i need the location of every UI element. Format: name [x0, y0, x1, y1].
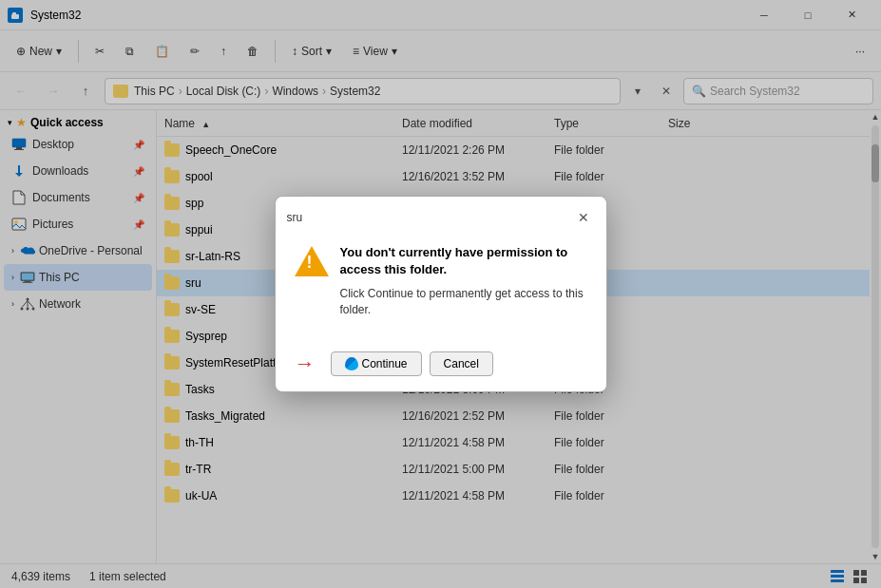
arrow-right-icon: →	[295, 351, 316, 376]
continue-label: Continue	[362, 357, 408, 370]
cancel-button[interactable]: Cancel	[430, 351, 493, 376]
dialog-overlay: sru ✕ You don't currently have permissio…	[0, 0, 881, 588]
dialog-buttons: Continue Cancel	[331, 351, 493, 376]
permission-dialog: sru ✕ You don't currently have permissio…	[275, 196, 607, 393]
warning-icon	[295, 244, 329, 278]
dialog-titlebar: sru ✕	[276, 197, 606, 237]
continue-button[interactable]: Continue	[331, 351, 422, 376]
dialog-body: You don't currently have permission to a…	[276, 237, 606, 345]
shield-icon	[345, 357, 358, 370]
dialog-close-button[interactable]: ✕	[572, 206, 595, 229]
dialog-footer: → Continue Cancel	[276, 344, 606, 391]
dialog-message-area: You don't currently have permission to a…	[340, 244, 587, 318]
dialog-main-text: You don't currently have permission to a…	[340, 244, 587, 278]
dialog-content: You don't currently have permission to a…	[295, 244, 587, 318]
cancel-label: Cancel	[444, 357, 479, 370]
dialog-sub-text: Click Continue to permanently get access…	[340, 286, 587, 318]
dialog-title: sru	[287, 211, 572, 224]
